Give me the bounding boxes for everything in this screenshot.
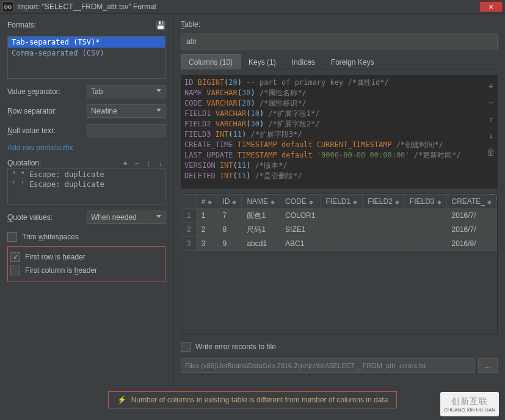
move-up-icon[interactable]: ↑ <box>487 114 495 125</box>
null-value-input[interactable] <box>87 124 165 137</box>
browse-button[interactable]: ... <box>478 358 498 373</box>
save-format-icon[interactable]: 💾 <box>156 20 165 30</box>
quotation-item[interactable]: " " Escape: duplicate <box>12 170 161 179</box>
first-col-header-checkbox[interactable]: First column is header <box>10 264 162 277</box>
value-separator-label: Value separator: <box>7 87 81 96</box>
header-options-group: ✓ First row is header First column is he… <box>7 246 165 281</box>
table-label: Table: <box>181 20 498 29</box>
tab-columns[interactable]: Columns (10) <box>181 54 241 70</box>
table-row[interactable]: 117颜色1COLOR12016/7/ <box>182 209 497 223</box>
trim-whitespace-checkbox[interactable]: Trim whitespaces <box>7 230 165 244</box>
remove-column-icon[interactable]: − <box>487 98 495 108</box>
value-separator-select[interactable]: Tab <box>87 85 165 98</box>
quote-values-label: Quote values: <box>7 213 81 222</box>
delete-icon[interactable]: 🗑 <box>487 147 495 158</box>
add-icon[interactable]: + <box>120 158 130 168</box>
warning-text: Number of columns in existing table is d… <box>131 396 388 404</box>
column-mismatch-warning: ⚡ Number of columns in existing table is… <box>108 391 398 408</box>
chevron-down-icon <box>156 109 161 112</box>
quote-values-select[interactable]: When needed <box>87 211 165 224</box>
add-column-icon[interactable]: + <box>487 81 495 92</box>
write-errors-label: Write error records to file <box>195 342 276 351</box>
error-file-path-input[interactable]: Files (x86)\JetBrains\DataGrip 2016.2\jr… <box>181 358 474 373</box>
column-header[interactable]: NAME◆ <box>242 195 280 209</box>
column-header[interactable]: FIELD1◆ <box>321 195 363 209</box>
row-separator-select[interactable]: Newline <box>87 104 165 118</box>
formats-label: Formats: <box>7 21 36 29</box>
tab-keys[interactable]: Keys (1) <box>241 54 284 70</box>
null-value-label: Null value text: <box>7 126 81 135</box>
app-icon: DG <box>2 1 13 12</box>
data-preview[interactable]: ! #◆ID◆NAME◆CODE◆FIELD1◆FIELD2◆FIELD3◆CR… <box>181 194 498 335</box>
tab-indices[interactable]: Indices <box>284 54 323 70</box>
right-panel: Table: attr Columns (10) Keys (1) Indice… <box>173 14 505 386</box>
warning-icon: ⚡ <box>117 396 126 404</box>
columns-ddl-area[interactable]: + − ↑ ↓ 🗑 ID BIGINT(20) -- part of prima… <box>181 75 498 189</box>
first-row-header-checkbox[interactable]: ✓ First row is header <box>10 250 162 264</box>
formats-list[interactable]: Tab-separated (TSV)* Comma-separated (CS… <box>7 36 165 79</box>
first-col-label: First column is header <box>25 266 97 275</box>
table-row[interactable]: 228尺码1SIZE12016/7/ <box>182 223 497 237</box>
left-panel: Formats: 💾 Tab-separated (TSV)* Comma-se… <box>0 14 173 386</box>
quotation-item[interactable]: ' ' Escape: duplicate <box>12 179 161 189</box>
column-header[interactable]: ID◆ <box>217 195 242 209</box>
first-row-label: First row is header <box>25 253 85 261</box>
format-item-tsv[interactable]: Tab-separated (TSV)* <box>8 37 165 48</box>
column-header[interactable]: FIELD3◆ <box>404 195 446 209</box>
column-header[interactable]: CODE◆ <box>280 195 321 209</box>
window-close-button[interactable]: ✕ <box>479 1 503 12</box>
remove-icon[interactable]: − <box>132 158 142 168</box>
quotation-label: Quotation: <box>7 159 41 167</box>
trim-ws-label: Trim whitespaces <box>22 233 79 241</box>
chevron-down-icon <box>156 215 161 218</box>
move-down-icon[interactable]: ↓ <box>156 158 165 168</box>
add-row-prefix-link[interactable]: Add row prefix/suffix <box>7 143 165 152</box>
column-header[interactable]: FIELD2◆ <box>363 195 405 209</box>
move-down-icon[interactable]: ↓ <box>487 131 495 141</box>
column-header[interactable]: CREATE_◆ <box>446 195 496 209</box>
table-name-input[interactable]: attr <box>181 34 498 49</box>
format-item-csv[interactable]: Comma-separated (CSV) <box>8 48 165 59</box>
move-up-icon[interactable]: ↑ <box>144 158 154 168</box>
window-title: Import: "SELECT__FROM_attr.tsv" Format <box>17 2 156 11</box>
row-separator-label: Row separator: <box>7 107 81 115</box>
title-bar: DG Import: "SELECT__FROM_attr.tsv" Forma… <box>0 0 505 14</box>
write-errors-checkbox[interactable]: Write error records to file <box>181 340 498 353</box>
close-icon: ✕ <box>489 4 493 10</box>
schema-tabs: Columns (10) Keys (1) Indices Foreign Ke… <box>181 54 498 70</box>
quotation-list[interactable]: " " Escape: duplicate ' ' Escape: duplic… <box>7 168 165 205</box>
watermark-logo: 创新互联 CHUANG XIN HU LIAN <box>440 392 499 416</box>
chevron-down-icon <box>156 89 161 92</box>
column-header[interactable]: #◆ <box>196 195 217 209</box>
tab-foreign-keys[interactable]: Foreign Keys <box>323 54 382 70</box>
table-row[interactable]: 339abcd1ABC12016/8/ <box>182 237 497 251</box>
